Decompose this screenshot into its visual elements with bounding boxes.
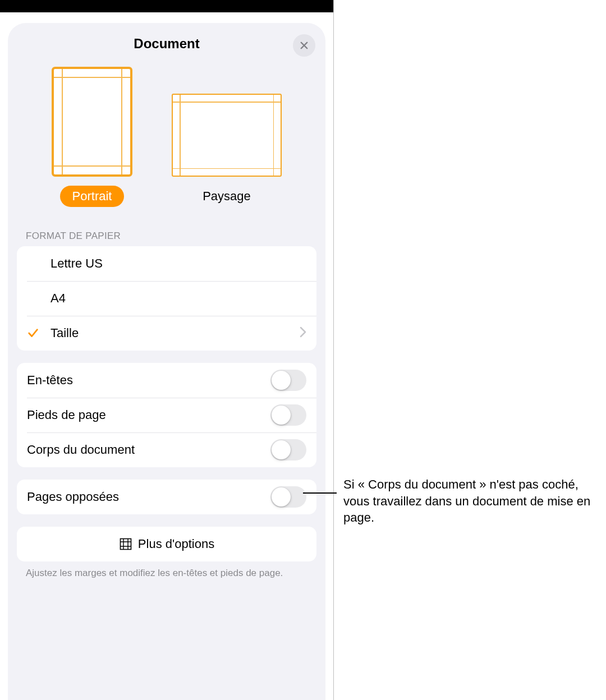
document-body-row: Corps du document (17, 432, 316, 467)
document-toggles-list: En-têtes Pieds de page Corps du document (17, 363, 316, 467)
paper-option-label: A4 (50, 291, 306, 306)
close-icon (299, 40, 309, 50)
portrait-thumbnail (52, 67, 132, 177)
sheet-title: Document (134, 36, 199, 52)
orientation-selector: Portrait Paysage (8, 65, 325, 220)
margins-icon (119, 537, 132, 551)
facing-pages-toggle[interactable] (270, 486, 306, 508)
facing-pages-row: Pages opposées (17, 480, 316, 514)
paper-option-a4[interactable]: A4 (17, 281, 316, 316)
landscape-thumbnail (172, 94, 282, 177)
document-settings-panel: Document Portrait Paysage Format d (0, 0, 334, 700)
paper-option-letter-us[interactable]: Lettre US (17, 246, 316, 281)
paper-format-header: Format de papier (8, 220, 325, 246)
footers-row: Pieds de page (17, 398, 316, 432)
orientation-portrait[interactable]: Portrait (52, 67, 132, 207)
orientation-landscape[interactable]: Paysage (172, 67, 282, 207)
paper-option-label: Lettre US (50, 256, 306, 271)
sheet-header: Document (8, 23, 325, 65)
chevron-right-icon (300, 326, 306, 340)
svg-rect-0 (120, 539, 131, 550)
checkmark-icon (27, 327, 50, 339)
paper-option-label: Taille (50, 326, 300, 340)
footers-label: Pieds de page (27, 408, 270, 422)
footers-toggle[interactable] (270, 404, 306, 426)
settings-sheet: Document Portrait Paysage Format d (8, 23, 325, 700)
paper-size-list: Lettre US A4 Taille (17, 246, 316, 351)
annotation-leader-line (303, 492, 337, 494)
close-button[interactable] (293, 34, 315, 57)
annotation-text: Si « Corps du document » n'est pas coché… (343, 476, 599, 526)
more-options-label: Plus d'options (138, 537, 214, 551)
headers-row: En-têtes (17, 363, 316, 398)
more-options-footnote: Ajustez les marges et modifiez les en-tê… (8, 561, 325, 580)
document-body-label: Corps du document (27, 443, 270, 457)
more-options-list: Plus d'options (17, 527, 316, 561)
document-body-toggle[interactable] (270, 439, 306, 460)
facing-pages-list: Pages opposées (17, 480, 316, 514)
paper-option-custom-size[interactable]: Taille (17, 316, 316, 351)
headers-label: En-têtes (27, 373, 270, 388)
orientation-landscape-label: Paysage (190, 186, 263, 207)
facing-pages-label: Pages opposées (27, 490, 270, 504)
orientation-portrait-label: Portrait (60, 186, 125, 207)
headers-toggle[interactable] (270, 370, 306, 391)
more-options-button[interactable]: Plus d'options (17, 527, 316, 561)
